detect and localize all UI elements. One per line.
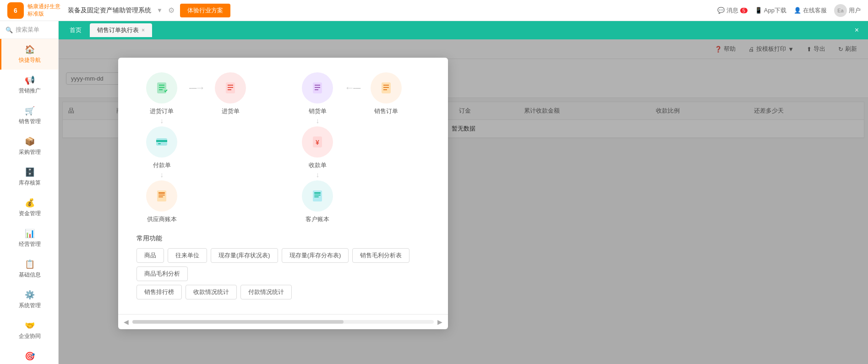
payment-circle: [146, 126, 177, 158]
cf-title: 常用功能: [136, 234, 430, 243]
receipt-circle: ¥: [302, 126, 333, 158]
purchase-icon: 📦: [25, 136, 35, 147]
tab-close-btn[interactable]: ×: [142, 27, 145, 33]
arrow-down-4: ↓: [316, 169, 319, 180]
cf-btn-stock-status[interactable]: 现存量(库存状况表): [211, 248, 278, 263]
scroll-track[interactable]: [132, 320, 434, 324]
sidebar-item-quick-nav[interactable]: 🏠 快捷导航: [0, 39, 58, 70]
flow-node-purchase-order[interactable]: 进货订单: [136, 72, 187, 115]
sidebar-item-purchase[interactable]: 📦 采购管理: [0, 131, 58, 162]
flow-node-supplier-ledger[interactable]: 供应商账本: [136, 180, 187, 223]
tab-sales-order-exec[interactable]: 销售订单执行表 ×: [90, 23, 152, 37]
supplier-ledger-circle: [146, 180, 177, 212]
purchase-order-circle: [146, 72, 177, 103]
scroll-left-btn[interactable]: ◀: [124, 318, 129, 326]
flow-node-sales-bill[interactable]: 销货单: [292, 72, 343, 115]
sidebar-item-guide[interactable]: 🎯 新手引导: [0, 346, 58, 364]
sidebar-item-operation[interactable]: 📊 经营管理: [0, 223, 58, 254]
logo-area: 6 畅康通好生意 标准版: [7, 2, 62, 19]
tab-bar: 首页 销售订单执行表 × ×: [59, 21, 868, 39]
flow-left-col: 进货订单 ↓ 付款单: [136, 72, 187, 223]
flow-mid-right-col: 销货单 ↓ ¥ 收款单: [292, 72, 343, 223]
online-service-btn[interactable]: 👤 在线客服: [794, 6, 827, 15]
svg-rect-21: [313, 190, 322, 201]
cf-buttons: 商品 往来单位 现存量(库存状况表) 现存量(库存分布表) 销售毛利分析表 商品…: [136, 248, 430, 281]
flow-node-purchase-bill[interactable]: 进货单: [205, 72, 256, 115]
sidebar-item-basic-info[interactable]: 📋 基础信息: [0, 254, 58, 284]
app-container: 6 畅康通好生意 标准版 装备及固定资产辅助管理系统 ▼ ⚙ 体验行业方案 💬 …: [0, 0, 868, 364]
cf-btn-sales-rank[interactable]: 销售排行榜: [136, 285, 182, 299]
flow-node-receipt[interactable]: ¥ 收款单: [292, 126, 343, 169]
guide-icon: 🎯: [25, 351, 35, 361]
cf-btn-product-profit[interactable]: 商品毛利分析: [136, 266, 188, 281]
svg-rect-8: [158, 192, 165, 194]
system-title: 装备及固定资产辅助管理系统: [68, 6, 151, 15]
app-download-btn[interactable]: 📱 App下载: [755, 6, 786, 15]
inventory-icon: 🗄️: [25, 167, 35, 177]
svg-rect-23: [314, 195, 321, 196]
customer-ledger-circle: [302, 180, 333, 212]
sales-order-circle: [371, 72, 402, 103]
settings-icon[interactable]: ⚙: [168, 6, 175, 15]
message-btn[interactable]: 💬 消息 5: [717, 6, 748, 15]
arrow-h-1: - - -→: [187, 72, 205, 103]
modal-body: 进货订单 ↓ 付款单: [118, 58, 448, 314]
flow-node-sales-order[interactable]: 销售订单: [361, 72, 411, 115]
svg-rect-10: [158, 196, 163, 197]
svg-rect-24: [314, 196, 319, 197]
modal-scroll: ◀ ▶: [118, 314, 448, 329]
cf-btn-product[interactable]: 商品: [136, 248, 164, 263]
user-menu[interactable]: Ea 用户: [834, 4, 861, 17]
content-area: 首页 销售订单执行表 × × ❓ 帮助 🖨: [59, 21, 868, 364]
scroll-right-btn[interactable]: ▶: [437, 318, 442, 326]
service-icon: 👤: [794, 7, 801, 14]
flow-node-payment[interactable]: 付款单: [136, 126, 187, 169]
cf-buttons-row2: 销售排行榜 收款情况统计 付款情况统计: [136, 285, 430, 299]
modal-overlay: 进货订单 ↓ 付款单: [59, 39, 868, 364]
sidebar-item-system[interactable]: ⚙️ 系统管理: [0, 284, 58, 315]
arrow-h-2: ←- - -: [343, 72, 361, 103]
sidebar-item-finance[interactable]: 💰 资金管理: [0, 192, 58, 223]
system-icon: ⚙️: [25, 290, 35, 300]
quick-nav-icon: 🏠: [25, 44, 35, 54]
customer-ledger-label: 客户账本: [306, 215, 329, 223]
purchase-bill-circle: [215, 72, 246, 103]
top-bar-right: 💬 消息 5 📱 App下载 👤 在线客服 Ea 用户: [717, 4, 861, 17]
cf-btn-payment-stat[interactable]: 付款情况统计: [240, 285, 292, 299]
sidebar: 🔍 搜索菜单 🏠 快捷导航 📢 营销推广 🛒 销售管理 📦 采购管理 🗄️: [0, 21, 59, 364]
arrow-down-1: ↓: [160, 115, 164, 126]
avatar: Ea: [834, 4, 847, 17]
basic-info-icon: 📋: [25, 259, 35, 269]
common-functions: 常用功能 商品 往来单位 现存量(库存状况表) 现存量(库存分布表) 销售毛利分…: [136, 234, 430, 299]
purchase-order-label: 进货订单: [150, 107, 174, 115]
sales-bill-circle: [302, 72, 333, 103]
system-title-dropdown-icon[interactable]: ▼: [157, 7, 163, 14]
cf-btn-receipt-stat[interactable]: 收款情况统计: [186, 285, 237, 299]
top-bar-left: 6 畅康通好生意 标准版 装备及固定资产辅助管理系统 ▼ ⚙ 体验行业方案: [7, 2, 230, 19]
supplier-ledger-label: 供应商账本: [147, 215, 177, 223]
sidebar-item-sales[interactable]: 🛒 销售管理: [0, 100, 58, 131]
message-badge: 5: [740, 8, 748, 13]
svg-text:¥: ¥: [316, 139, 319, 146]
sidebar-item-marketing[interactable]: 📢 营销推广: [0, 70, 58, 100]
flow-diagram: 进货订单 ↓ 付款单: [136, 72, 430, 223]
cf-btn-sales-profit[interactable]: 销售毛利分析表: [352, 248, 409, 263]
page-content: ❓ 帮助 🖨 按模板打印 ▼ ⬆ 导出 ↻ 刷新: [59, 39, 868, 364]
search-menu-btn[interactable]: 🔍 搜索菜单: [0, 21, 58, 39]
tab-home[interactable]: 首页: [62, 23, 89, 37]
cf-btn-stock-dist[interactable]: 现存量(库存分布表): [282, 248, 349, 263]
sidebar-item-enterprise[interactable]: 🤝 企业协同: [0, 315, 58, 346]
marketing-icon: 📢: [25, 75, 35, 85]
purchase-bill-label: 进货单: [222, 107, 240, 115]
experience-btn[interactable]: 体验行业方案: [180, 4, 230, 17]
flow-node-customer-ledger[interactable]: 客户账本: [292, 180, 343, 223]
finance-icon: 💰: [25, 198, 35, 208]
sales-icon: 🛒: [25, 106, 35, 116]
svg-rect-22: [314, 192, 321, 194]
arrow-down-3: ↓: [160, 169, 164, 180]
svg-rect-6: [158, 143, 161, 144]
cf-btn-counterparty[interactable]: 往来单位: [168, 248, 207, 263]
window-close-btn[interactable]: ×: [849, 26, 864, 34]
logo-icon: 6: [7, 2, 24, 19]
sidebar-item-inventory[interactable]: 🗄️ 库存核算: [0, 162, 58, 192]
